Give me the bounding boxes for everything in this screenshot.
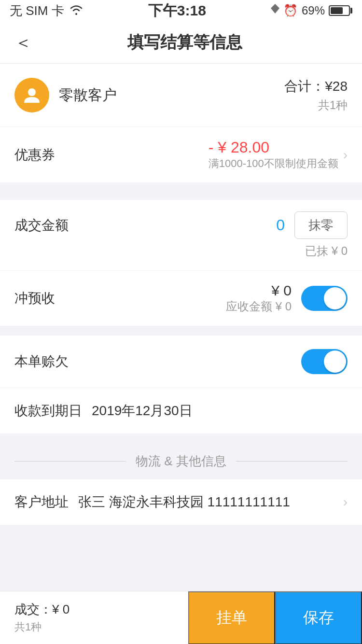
location-icon <box>271 4 279 17</box>
prereceive-right: ¥ 0 应收金额 ¥ 0 <box>226 282 348 314</box>
battery-icon <box>329 5 352 16</box>
coupon-amount: - ¥ 28.00 <box>209 139 338 156</box>
hold-order-button[interactable]: 挂单 <box>188 591 275 644</box>
status-left: 无 SIM 卡 <box>10 2 84 19</box>
round-button[interactable]: 抹零 <box>294 211 348 239</box>
content: 零散客户 合计：¥28 共1种 优惠券 - ¥ 28.00 满1000-100不… <box>0 64 362 644</box>
status-right: ⏰ 69% <box>271 4 352 17</box>
address-chevron-icon: › <box>343 494 348 510</box>
address-label: 客户地址 <box>14 493 69 511</box>
deal-amount-row: 成交金额 0 抹零 <box>14 211 348 239</box>
duedate-value: 2019年12月30日 <box>92 402 193 420</box>
gray-separator-1 <box>0 190 362 200</box>
prereceive-amount-block: ¥ 0 应收金额 ¥ 0 <box>226 282 292 314</box>
bottom-deal-value: ¥ 0 <box>52 602 70 616</box>
wifi-icon <box>69 3 84 18</box>
prereceive-section: 冲预收 ¥ 0 应收金额 ¥ 0 <box>0 270 362 326</box>
deal-value-container: 0 抹零 <box>265 211 348 239</box>
svg-point-0 <box>28 88 36 96</box>
deal-section: 成交金额 0 抹零 已抹 ¥ 0 <box>0 200 362 270</box>
save-button[interactable]: 保存 <box>275 591 362 644</box>
bottom-deal-label: 成交： <box>14 602 52 616</box>
deal-amount-value: 0 <box>265 216 285 234</box>
coupon-row[interactable]: 优惠券 - ¥ 28.00 满1000-100不限制使用金额 › <box>0 126 362 182</box>
prereceive-sub: 应收金额 ¥ 0 <box>226 299 292 314</box>
logistics-line: 物流 & 其他信息 <box>14 453 348 470</box>
address-value: 张三 海淀永丰科技园 11111111111 <box>78 493 343 511</box>
bottom-count: 共1种 <box>14 620 174 634</box>
prereceive-row: 冲预收 ¥ 0 应收金额 ¥ 0 <box>14 282 348 314</box>
duedate-row: 收款到期日 2019年12月30日 <box>14 402 348 420</box>
customer-name: 零散客户 <box>59 85 117 105</box>
deal-amount-label: 成交金额 <box>14 216 69 235</box>
prereceive-toggle[interactable] <box>301 286 348 311</box>
status-bar: 无 SIM 卡 下午3:18 ⏰ 69% <box>0 0 362 21</box>
customer-count: 共1种 <box>284 98 348 113</box>
toggle-knob <box>324 287 346 309</box>
debt-section: 本单赊欠 <box>0 336 362 388</box>
carrier-text: 无 SIM 卡 <box>10 2 64 19</box>
gray-separator-3 <box>0 434 362 443</box>
debt-toggle-knob <box>324 350 346 373</box>
avatar <box>14 78 49 112</box>
customer-left: 零散客户 <box>14 78 117 112</box>
customer-row: 零散客户 合计：¥28 共1种 <box>0 64 362 126</box>
deal-sub-text: 已抹 ¥ 0 <box>305 244 348 257</box>
battery-text: 69% <box>302 4 325 17</box>
coupon-label: 优惠券 <box>14 146 55 164</box>
prereceive-amount: ¥ 0 <box>226 282 292 299</box>
prereceive-label: 冲预收 <box>14 289 55 308</box>
logistics-text: 物流 & 其他信息 <box>136 453 226 470</box>
coupon-desc: 满1000-100不限制使用金额 <box>209 156 338 171</box>
customer-total: 合计：¥28 <box>284 77 348 96</box>
status-time: 下午3:18 <box>148 1 206 21</box>
coupon-info: - ¥ 28.00 满1000-100不限制使用金额 <box>209 139 338 171</box>
debt-label: 本单赊欠 <box>14 352 69 371</box>
address-section[interactable]: 客户地址 张三 海淀永丰科技园 11111111111 › <box>0 479 362 525</box>
nav-title: 填写结算等信息 <box>42 31 328 54</box>
customer-section: 零散客户 合计：¥28 共1种 优惠券 - ¥ 28.00 满1000-100不… <box>0 64 362 182</box>
duedate-label: 收款到期日 <box>14 402 82 420</box>
nav-bar: ＜ 填写结算等信息 <box>0 21 362 64</box>
bottom-bar: 成交：¥ 0 共1种 挂单 保存 <box>0 591 362 644</box>
coupon-chevron-icon: › <box>343 147 348 163</box>
debt-toggle[interactable] <box>301 349 348 374</box>
duedate-section: 收款到期日 2019年12月30日 <box>0 388 362 434</box>
coupon-right: - ¥ 28.00 满1000-100不限制使用金额 › <box>209 139 348 171</box>
bottom-deal-row: 成交：¥ 0 <box>14 601 174 618</box>
gray-separator-4 <box>0 525 362 534</box>
gray-separator-2 <box>0 326 362 336</box>
alarm-icon: ⏰ <box>283 4 298 17</box>
logistics-separator: 物流 & 其他信息 <box>0 443 362 479</box>
back-button[interactable]: ＜ <box>14 34 32 51</box>
bottom-summary: 成交：¥ 0 共1种 <box>0 601 188 634</box>
customer-right: 合计：¥28 共1种 <box>284 77 348 113</box>
